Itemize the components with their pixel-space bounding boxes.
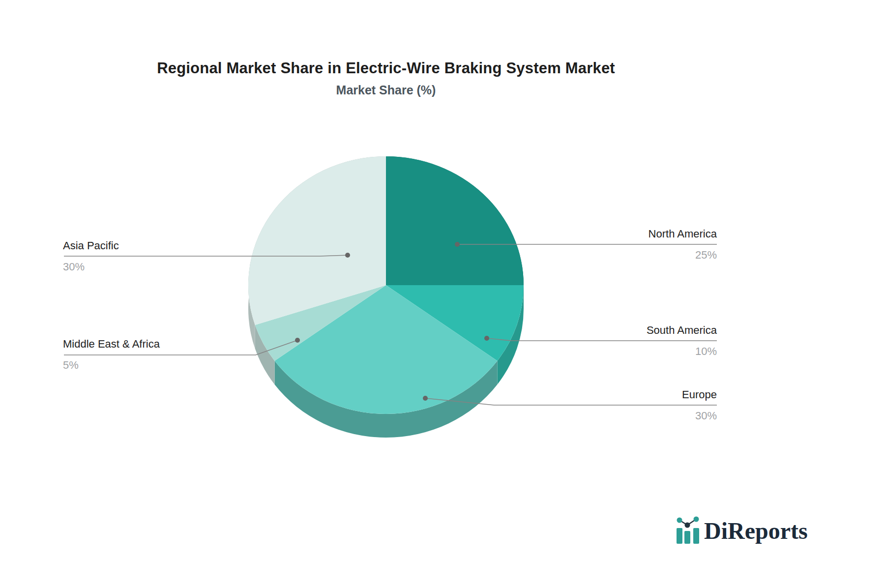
chart-page: Regional Market Share in Electric-Wire B… [0, 0, 885, 588]
leader-dot [423, 396, 428, 401]
leader-dot [295, 338, 300, 343]
callout-south-america: South America 10% [510, 324, 717, 358]
slice-value: 5% [63, 359, 269, 372]
slice-value: 10% [510, 345, 717, 358]
bar-line-chart-icon [676, 513, 701, 544]
logo-text: DiReports [704, 518, 808, 544]
slice-label: South America [510, 324, 717, 337]
callout-middle-east-africa: Middle East & Africa 5% [63, 338, 269, 372]
callout-asia-pacific: Asia Pacific 30% [63, 239, 269, 273]
leader-dot [455, 242, 460, 247]
pie-slices [248, 156, 524, 414]
slice-label: Middle East & Africa [63, 338, 269, 351]
callout-north-america: North America 25% [510, 228, 717, 262]
slice-value: 25% [510, 249, 717, 262]
slice-label: Europe [510, 388, 717, 401]
slice-value: 30% [63, 261, 269, 273]
callout-europe: Europe 30% [510, 388, 717, 422]
slice-value: 30% [510, 410, 717, 422]
leader-dot [345, 253, 350, 258]
pie-slice [386, 156, 524, 285]
leader-dot [484, 336, 489, 341]
direports-logo: DiReports [676, 509, 818, 544]
slice-label: North America [510, 228, 717, 240]
pie-chart [0, 0, 885, 588]
slice-label: Asia Pacific [63, 239, 269, 252]
